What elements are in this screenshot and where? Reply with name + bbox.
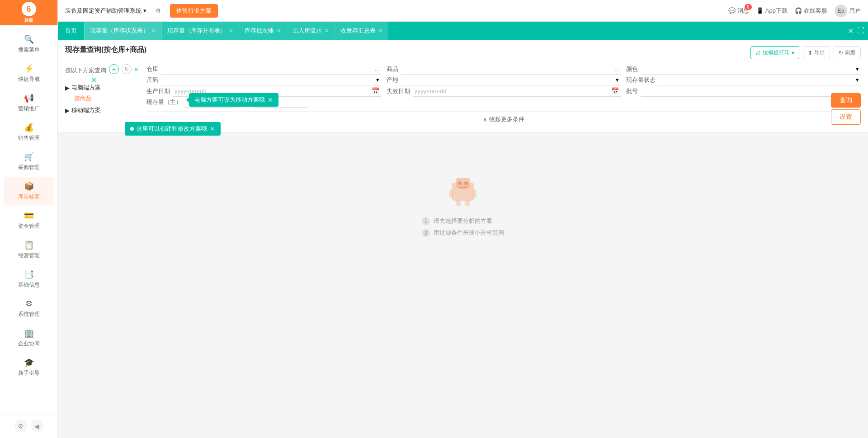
tab-bar: 首页 现存量（库存状况表） ✕ 现存量（库存分布表） ✕ 库存批次账 ✕ 出入库… (58, 22, 868, 40)
collapse-btn[interactable]: ∧ 收起更多条件 (483, 115, 524, 123)
sidebar-item-operations[interactable]: 📋 经营管理 (4, 235, 54, 264)
app-download-btn[interactable]: 📱 App下载 (756, 7, 788, 15)
sidebar-item-guide[interactable]: 🎓 新手引导 (4, 353, 54, 381)
schema-group-pc: ▶ 电脑端方案 按商品 (65, 84, 141, 104)
schema-sidebar: 按以下方案查询 + ↻ « ▶ 电脑端方案 (65, 64, 146, 114)
size-select[interactable]: ▾ (161, 75, 381, 85)
tab-inventory-status-close-icon[interactable]: ✕ (151, 28, 156, 34)
online-support-label: 在线客服 (804, 7, 827, 15)
message-icon: 💬 (728, 7, 736, 14)
schema-refresh-btn[interactable]: ↻ (122, 64, 132, 74)
stock-status-field: 现存量状态 ▾ (626, 75, 861, 85)
sidebar-item-finance[interactable]: 💳 资金管理 (4, 206, 54, 235)
purchase-icon: 🛒 (24, 152, 34, 162)
product-more[interactable]: ... (614, 66, 619, 72)
sidebar-item-label-purchase: 采购管理 (18, 164, 40, 171)
batch-input[interactable] (641, 86, 861, 97)
warehouse-more[interactable]: ... (375, 66, 379, 72)
collapse-up-icon: ∧ (483, 116, 487, 123)
produce-date-calendar-icon[interactable]: 📅 (372, 87, 379, 94)
export-icon: ⬆ (808, 50, 812, 56)
schema-item-by-product[interactable]: 按商品 (65, 93, 141, 104)
export-btn[interactable]: ⬆ 导出 (803, 46, 830, 59)
user-avatar: Ea (835, 5, 847, 17)
collapse-row: ∧ 收起更多条件 (146, 111, 861, 127)
user-area[interactable]: Ea 用户 (835, 5, 861, 17)
schema-group-mobile-label: 移动端方案 (71, 106, 101, 114)
tab-close-all-icon[interactable]: ✕ (848, 27, 854, 35)
sidebar-item-marketing[interactable]: 📢 营销推广 (4, 89, 54, 117)
query-btns: 查询 设置 (831, 93, 861, 125)
trial-industry-btn[interactable]: 体验行业方案 (170, 4, 218, 18)
color-select[interactable]: ▾ (641, 64, 861, 75)
export-label: 导出 (814, 49, 825, 57)
sidebar-item-label-search: 搜索菜单 (18, 46, 40, 54)
app-download-label: App下载 (765, 7, 788, 15)
empty-state-illustration (443, 169, 483, 210)
svg-rect-6 (473, 189, 476, 198)
size-label: 尺码 (146, 76, 158, 84)
collapse-sidebar-btn[interactable]: ◀ (31, 420, 43, 433)
tab-home-label: 首页 (65, 27, 77, 35)
tab-home[interactable]: 首页 (58, 22, 84, 40)
sidebar-item-inventory[interactable]: 📦 库存核算 (4, 177, 54, 205)
tab-inventory-dist-close-icon[interactable]: ✕ (229, 28, 233, 34)
search-btn[interactable]: 查询 (831, 93, 861, 108)
sidebar-item-quicknav[interactable]: ⚡ 快捷导航 (4, 59, 54, 88)
sidebar-item-basic[interactable]: 📑 基础信息 (4, 265, 54, 293)
header-settings-btn[interactable]: ⚙ (152, 5, 165, 17)
tooltip-pc-close-icon[interactable]: ✕ (268, 96, 273, 104)
tooltip-edit-close-icon[interactable]: ✕ (210, 125, 215, 132)
stock-status-select[interactable]: ▾ (658, 75, 861, 85)
origin-chevron-icon: ▾ (616, 76, 619, 83)
schema-add-btn[interactable]: + (109, 64, 119, 74)
batch-label: 批号 (626, 87, 638, 95)
origin-select[interactable]: ▾ (401, 75, 621, 85)
page-title: 现存量查询(按仓库+商品) (65, 45, 146, 55)
origin-field: 产地 ▾ (387, 75, 621, 85)
sidebar-item-purchase[interactable]: 🛒 采购管理 (4, 147, 54, 176)
online-support-btn[interactable]: 🎧 在线客服 (795, 7, 827, 15)
tooltip-pc-text: 电脑方案可设为移动方案哦 (194, 96, 265, 104)
tab-inout-flow[interactable]: 出入库流水 ✕ (287, 22, 335, 40)
tab-inventory-dist[interactable]: 现存量（库存分布表） ✕ (161, 22, 239, 40)
tab-batch-account[interactable]: 库存批次账 ✕ (239, 22, 287, 40)
tab-recv-summary-close-icon[interactable]: ✕ (378, 28, 383, 34)
tab-inout-flow-close-icon[interactable]: ✕ (325, 28, 329, 34)
tab-maximize-icon[interactable]: ⛶ (857, 27, 864, 35)
top-header: 装备及固定资产辅助管理系统 ▾ ⚙ 体验行业方案 💬 消息 6 📱 App下载 … (58, 0, 868, 22)
quicknav-icon: ⚡ (24, 64, 34, 74)
print-btn[interactable]: 🖨 按模板打印 ▾ (750, 46, 799, 59)
sidebar-item-search[interactable]: 🔍 搜索菜单 (4, 30, 54, 58)
tab-recv-summary-label: 收发存汇总表 (340, 27, 376, 35)
system-name-select[interactable]: 装备及固定资产辅助管理系统 ▾ (65, 7, 146, 15)
schema-back-icon[interactable]: « (134, 65, 138, 73)
tab-inventory-status[interactable]: 现存量（库存状况表） ✕ (84, 22, 161, 40)
tip-num-1: 1 (422, 217, 430, 225)
settings-bottom-btn[interactable]: ⚙ (14, 420, 27, 433)
schema-group-mobile-header[interactable]: ▶ 移动端方案 (65, 106, 141, 114)
message-btn[interactable]: 💬 消息 6 (728, 7, 749, 15)
tab-recv-summary[interactable]: 收发存汇总表 ✕ (335, 22, 388, 40)
main-area: 装备及固定资产辅助管理系统 ▾ ⚙ 体验行业方案 💬 消息 6 📱 App下载 … (58, 0, 868, 438)
schema-group-pc-chevron-icon: ▶ (65, 85, 70, 91)
avatar-text: Ea (838, 8, 844, 14)
expire-date-input[interactable]: yyyy-mm-dd 📅 (413, 85, 621, 97)
color-label: 颜色 (626, 65, 638, 73)
schema-group-pc-header[interactable]: ▶ 电脑端方案 (65, 84, 141, 92)
warehouse-input-area: ... (161, 64, 381, 75)
guide-icon: 🎓 (24, 358, 34, 367)
svg-rect-5 (449, 189, 453, 198)
sidebar-item-enterprise[interactable]: 🏢 企业协同 (4, 324, 54, 352)
refresh-btn[interactable]: ↻ 刷新 (834, 46, 861, 59)
reset-btn[interactable]: 设置 (831, 109, 861, 125)
sidebar-item-system[interactable]: ⚙ 系统管理 (4, 294, 54, 323)
origin-label: 产地 (387, 76, 398, 84)
search-nav-icon: 🔍 (24, 34, 34, 44)
logo-icon: 6 (22, 2, 36, 16)
sidebar-item-sales[interactable]: 💰 销售管理 (4, 118, 54, 146)
expire-date-calendar-icon[interactable]: 📅 (611, 87, 619, 94)
schema-group-mobile-chevron-icon: ▶ (65, 107, 70, 114)
tab-batch-account-close-icon[interactable]: ✕ (277, 28, 281, 34)
tooltip-edit-text: 这里可以创建和修改方案哦 (137, 125, 207, 133)
